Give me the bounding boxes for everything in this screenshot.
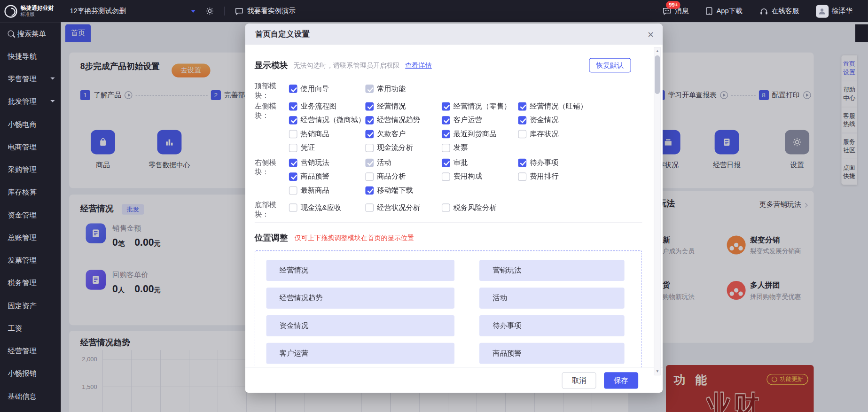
module-option[interactable]: 商品预警 — [289, 171, 366, 181]
drag-module[interactable]: 经营情况趋势 — [266, 288, 454, 309]
sidebar-item-label: 经营管理 — [8, 346, 36, 356]
module-option[interactable]: 税务风险分析 — [442, 200, 518, 215]
sidebar-item-label: 小畅电商 — [8, 119, 36, 129]
module-group-label: 顶部模块： — [255, 81, 289, 100]
sidebar-item[interactable]: 小畅电商 — [0, 113, 61, 135]
modal-scrollbar[interactable]: ▲ ▼ — [654, 47, 661, 375]
module-option[interactable]: 现金流分析 — [365, 143, 442, 153]
checkbox-icon — [365, 172, 374, 181]
module-option[interactable]: 最近到货商品 — [442, 129, 518, 139]
module-group-label: 左侧模块： — [255, 101, 289, 156]
position-adjust-heading: 位置调整 — [255, 233, 288, 243]
drag-module[interactable]: 资金情况 — [266, 315, 454, 336]
module-option-label: 欠款客户 — [377, 129, 406, 139]
sidebar-item-label: 库存核算 — [8, 187, 36, 197]
module-group: 右侧模块：营销玩法活动审批待办事项商品预警商品分析费用构成费用排行最新商品移动端… — [255, 158, 653, 199]
checkbox-icon — [289, 172, 297, 181]
modal-body: 显示模块 无法勾选时，请联系管理员开启权限 查看详情 恢复默认 顶部模块：使用向… — [245, 45, 663, 367]
module-option[interactable]: 客户运营 — [442, 115, 518, 125]
app-download-button[interactable]: App下载 — [705, 7, 743, 16]
position-adjust-hint: 仅可上下拖拽调整模块在首页的显示位置 — [295, 233, 414, 243]
sidebar-item[interactable]: 工资 — [0, 317, 61, 340]
module-option[interactable]: 经营情况（旺铺） — [518, 101, 595, 111]
user-menu[interactable]: 徐泽华 — [816, 5, 852, 17]
module-option[interactable]: 经营情况（微商城） — [289, 115, 366, 125]
sidebar-item[interactable]: 小畅报销 — [0, 362, 61, 385]
module-option-label: 资金情况 — [530, 115, 558, 125]
module-option[interactable]: 经营情况 — [365, 101, 442, 111]
settings-gear-button[interactable] — [205, 7, 214, 16]
module-option[interactable]: 移动端下载 — [365, 185, 442, 195]
sidebar-menu: 搜索菜单快捷导航零售管理批发管理小畅电商电商管理采购管理库存核算资金管理总账管理… — [0, 22, 61, 408]
sidebar-item[interactable]: 零售管理 — [0, 68, 61, 90]
module-option[interactable]: 经营状况分析 — [365, 200, 442, 215]
sidebar-item[interactable]: 快捷导航 — [0, 45, 61, 67]
scrollbar-down-arrow[interactable]: ▼ — [656, 368, 659, 375]
sidebar-item[interactable]: 税务管理 — [0, 272, 61, 294]
sidebar-item[interactable]: 经营管理 — [0, 340, 61, 362]
module-option[interactable]: 库存状况 — [518, 129, 595, 139]
module-option[interactable]: 商品分析 — [365, 171, 442, 181]
module-option-label: 经营情况（零售） — [454, 101, 511, 111]
sidebar-item-label: 工资 — [8, 323, 22, 333]
module-option[interactable]: 费用排行 — [518, 171, 595, 181]
sidebar-item[interactable]: 发票管理 — [0, 249, 61, 272]
sidebar-item[interactable]: 总账管理 — [0, 226, 61, 249]
messages-button[interactable]: 99+ 消息 — [663, 7, 688, 16]
sidebar-item[interactable]: 批发管理 — [0, 90, 61, 113]
online-service-button[interactable]: 在线客服 — [759, 7, 799, 16]
module-option[interactable]: 最新商品 — [289, 185, 366, 195]
sidebar-item[interactable]: 采购管理 — [0, 158, 61, 181]
module-option[interactable]: 经营情况趋势 — [365, 115, 442, 125]
company-select[interactable]: 12李艳芬测试勿删 — [70, 7, 195, 16]
module-option[interactable]: 常用功能 — [365, 81, 442, 96]
chevron-down-icon — [191, 10, 195, 13]
module-option-label: 税务风险分析 — [454, 202, 497, 212]
module-option[interactable]: 使用向导 — [289, 81, 366, 96]
checkbox-icon — [289, 143, 297, 152]
save-button[interactable]: 保存 — [604, 372, 638, 389]
sidebar-item-label: 发票管理 — [8, 255, 36, 265]
module-option[interactable]: 欠款客户 — [365, 129, 442, 139]
cancel-button[interactable]: 取消 — [562, 372, 596, 389]
drag-module[interactable]: 经营情况 — [266, 260, 454, 281]
checkbox-icon — [365, 85, 374, 93]
drag-module[interactable]: 营销玩法 — [479, 260, 625, 281]
module-option[interactable]: 审批 — [442, 158, 518, 168]
restore-default-button[interactable]: 恢复默认 — [589, 58, 631, 73]
module-option[interactable]: 热销商品 — [289, 129, 366, 139]
app-screen: 畅捷通好业财 标准版 12李艳芬测试勿删 我要看实例演示 99+ 消息 App下… — [0, 0, 868, 412]
view-details-link[interactable]: 查看详情 — [405, 61, 432, 70]
sidebar-item[interactable]: 搜索菜单 — [0, 22, 61, 45]
checkbox-icon — [289, 116, 297, 124]
drag-module[interactable]: 商品预警 — [479, 343, 625, 364]
section-divider — [255, 222, 642, 223]
module-option[interactable]: 活动 — [365, 158, 442, 168]
scrollbar-thumb[interactable] — [655, 55, 660, 94]
module-option[interactable]: 营销玩法 — [289, 158, 366, 168]
sidebar-item[interactable]: 基础信息 — [0, 385, 61, 407]
drag-module[interactable]: 待办事项 — [479, 315, 625, 336]
module-option[interactable]: 现金流&应收 — [289, 200, 366, 215]
drag-module[interactable]: 客户运营 — [266, 343, 454, 364]
sidebar-item-label: 资金管理 — [8, 210, 36, 220]
module-option[interactable]: 待办事项 — [518, 158, 595, 168]
checkbox-icon — [365, 203, 374, 212]
module-option[interactable]: 资金情况 — [518, 115, 595, 125]
app-logo[interactable]: 畅捷通好业财 标准版 — [0, 0, 61, 22]
close-icon[interactable]: × — [648, 29, 654, 39]
checkbox-icon — [442, 116, 450, 124]
scrollbar-up-arrow[interactable]: ▲ — [656, 47, 659, 54]
drag-module[interactable]: 活动 — [479, 288, 625, 309]
drag-col-left: 经营情况经营情况趋势资金情况客户运营经营情况（零售）经营情况（旺铺） — [266, 260, 454, 367]
sidebar-item[interactable]: 固定资产 — [0, 294, 61, 317]
demo-link[interactable]: 我要看实例演示 — [235, 7, 296, 16]
module-option[interactable]: 业务流程图 — [289, 101, 366, 111]
module-option[interactable]: 凭证 — [289, 143, 366, 153]
module-option[interactable]: 发票 — [442, 143, 518, 153]
module-option[interactable]: 经营情况（零售） — [442, 101, 518, 111]
sidebar-item[interactable]: 资金管理 — [0, 203, 61, 226]
sidebar-item[interactable]: 库存核算 — [0, 181, 61, 203]
module-option[interactable]: 费用构成 — [442, 171, 518, 181]
sidebar-item[interactable]: 电商管理 — [0, 135, 61, 158]
